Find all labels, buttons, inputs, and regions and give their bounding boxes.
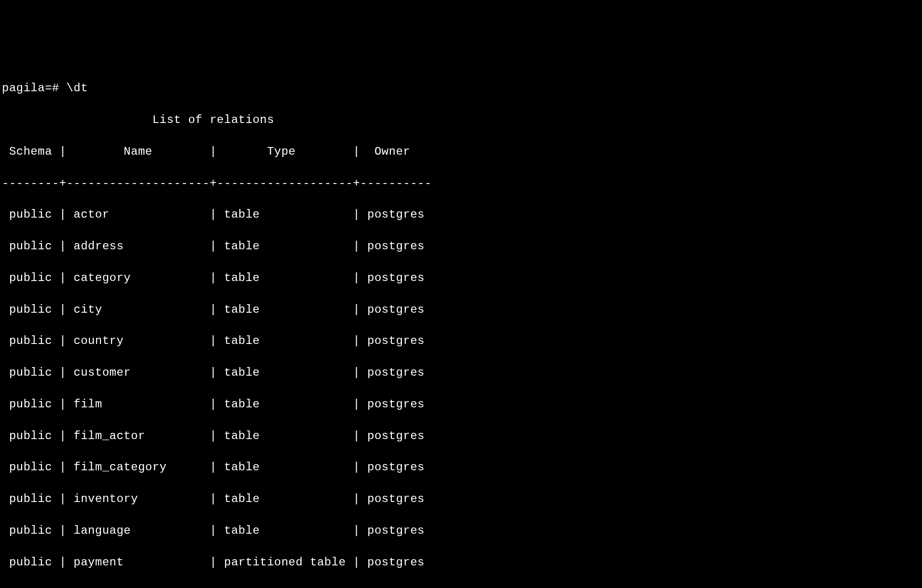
table-row: public | payment | partitioned table | p… [2,555,922,571]
table-row: public | customer | table | postgres [2,365,922,381]
table-row: public | country | table | postgres [2,333,922,349]
table-row: public | inventory | table | postgres [2,491,922,507]
table-row: public | payment_p2020_01 | table | post… [2,586,922,588]
table-row: public | film_category | table | postgre… [2,460,922,476]
table-row: public | address | table | postgres [2,239,922,255]
table-headers: Schema | Name | Type | Owner [2,144,922,160]
psql-prompt[interactable]: pagila=# \dt [2,81,922,97]
table-row: public | category | table | postgres [2,270,922,286]
terminal-output: pagila=# \dt List of relations Schema | … [2,65,922,588]
table-row: public | language | table | postgres [2,523,922,539]
table-row: public | film | table | postgres [2,397,922,413]
table-row: public | city | table | postgres [2,302,922,318]
table-divider: --------+--------------------+----------… [2,176,922,192]
output-title: List of relations [2,112,922,128]
table-row: public | actor | table | postgres [2,207,922,223]
table-row: public | film_actor | table | postgres [2,429,922,444]
